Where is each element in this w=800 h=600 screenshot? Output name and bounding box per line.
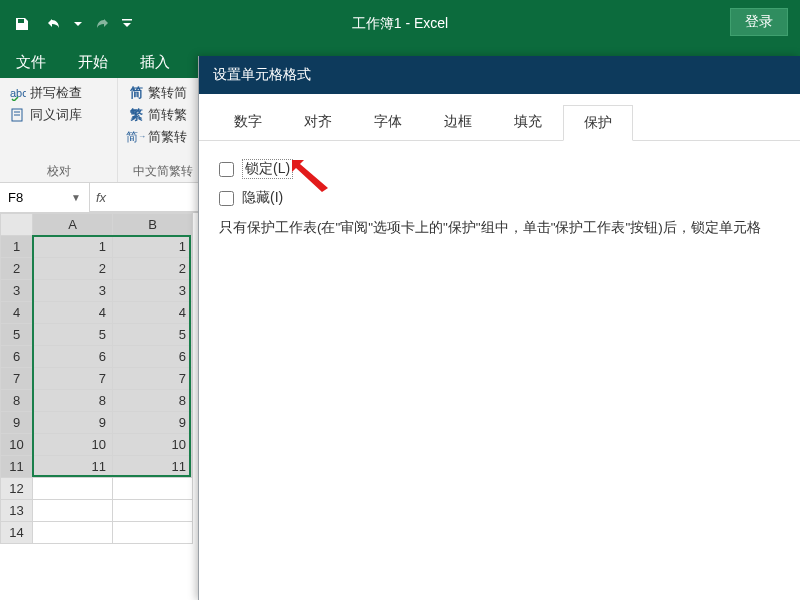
row-header[interactable]: 1 xyxy=(1,236,33,258)
cell[interactable]: 10 xyxy=(33,434,113,456)
thesaurus-button[interactable]: 同义词库 xyxy=(10,106,107,124)
cell[interactable] xyxy=(113,522,193,544)
row-header[interactable]: 2 xyxy=(1,258,33,280)
format-cells-dialog: 设置单元格格式 数字对齐字体边框填充保护 锁定(L) 隐藏(I) 只有保护工作表… xyxy=(198,56,800,600)
cell[interactable]: 2 xyxy=(113,258,193,280)
group-label-chinese: 中文简繁转 xyxy=(128,159,197,180)
simp-to-trad-label: 简转繁 xyxy=(148,106,187,124)
spellcheck-icon: abc xyxy=(10,85,26,101)
row-header[interactable]: 6 xyxy=(1,346,33,368)
dialog-tabs: 数字对齐字体边框填充保护 xyxy=(199,94,800,141)
cell[interactable]: 9 xyxy=(33,412,113,434)
tab-file[interactable]: 文件 xyxy=(0,47,62,78)
save-button[interactable] xyxy=(8,10,36,38)
cell[interactable]: 2 xyxy=(33,258,113,280)
simplified-icon: 简 xyxy=(128,85,144,101)
traditional-icon: 繁 xyxy=(128,107,144,123)
simp-trad-convert-label: 简繁转 xyxy=(148,128,187,146)
spelling-button[interactable]: abc 拼写检查 xyxy=(10,84,107,102)
dialog-tab[interactable]: 数字 xyxy=(213,104,283,140)
row-header[interactable]: 14 xyxy=(1,522,33,544)
login-button[interactable]: 登录 xyxy=(730,8,788,36)
dialog-title: 设置单元格格式 xyxy=(199,56,800,94)
hide-label[interactable]: 隐藏(I) xyxy=(242,189,283,207)
lock-label[interactable]: 锁定(L) xyxy=(242,159,293,179)
col-header-A[interactable]: A xyxy=(33,214,113,236)
undo-dropdown[interactable] xyxy=(72,10,84,38)
dialog-body: 锁定(L) 隐藏(I) 只有保护工作表(在"审阅"选项卡上的"保护"组中，单击"… xyxy=(199,141,800,257)
ribbon-group-chinese: 简 繁转简 繁 简转繁 简→ 简繁转 中文简繁转 xyxy=(118,78,208,182)
cell[interactable] xyxy=(33,478,113,500)
cell[interactable]: 11 xyxy=(113,456,193,478)
hide-checkbox-row: 隐藏(I) xyxy=(219,189,780,207)
spreadsheet-grid[interactable]: A B 111222333444555666777888999101010111… xyxy=(0,213,193,544)
cell[interactable]: 7 xyxy=(33,368,113,390)
cell[interactable]: 8 xyxy=(33,390,113,412)
cell[interactable]: 4 xyxy=(33,302,113,324)
name-box[interactable]: ▼ xyxy=(0,183,90,212)
cell[interactable]: 3 xyxy=(33,280,113,302)
group-label-proofing: 校对 xyxy=(10,159,107,180)
convert-icon: 简→ xyxy=(128,129,144,145)
row-header[interactable]: 5 xyxy=(1,324,33,346)
row-header[interactable]: 8 xyxy=(1,390,33,412)
trad-to-simp-label: 繁转简 xyxy=(148,84,187,102)
dialog-tab[interactable]: 填充 xyxy=(493,104,563,140)
row-header[interactable]: 11 xyxy=(1,456,33,478)
cell[interactable] xyxy=(33,500,113,522)
cell[interactable]: 11 xyxy=(33,456,113,478)
row-header[interactable]: 12 xyxy=(1,478,33,500)
lock-checkbox[interactable] xyxy=(219,162,234,177)
name-box-input[interactable] xyxy=(8,190,68,205)
cell[interactable]: 3 xyxy=(113,280,193,302)
cell[interactable]: 7 xyxy=(113,368,193,390)
cell[interactable]: 6 xyxy=(113,346,193,368)
protection-hint: 只有保护工作表(在"审阅"选项卡上的"保护"组中，单击"保护工作表"按钮)后，锁… xyxy=(219,217,780,239)
col-header-B[interactable]: B xyxy=(113,214,193,236)
tab-home[interactable]: 开始 xyxy=(62,47,124,78)
trad-to-simp-button[interactable]: 简 繁转简 xyxy=(128,84,197,102)
cell[interactable]: 1 xyxy=(33,236,113,258)
window-title: 工作簿1 - Excel xyxy=(352,15,448,33)
row-header[interactable]: 7 xyxy=(1,368,33,390)
row-header[interactable]: 3 xyxy=(1,280,33,302)
row-header[interactable]: 10 xyxy=(1,434,33,456)
thesaurus-label: 同义词库 xyxy=(30,106,82,124)
lock-checkbox-row: 锁定(L) xyxy=(219,159,780,179)
fx-icon[interactable]: fx xyxy=(96,190,106,205)
undo-button[interactable] xyxy=(40,10,68,38)
select-all-corner[interactable] xyxy=(1,214,33,236)
cell[interactable]: 9 xyxy=(113,412,193,434)
ribbon-group-proofing: abc 拼写检查 同义词库 校对 xyxy=(0,78,118,182)
dialog-tab[interactable]: 边框 xyxy=(423,104,493,140)
thesaurus-icon xyxy=(10,107,26,123)
row-header[interactable]: 9 xyxy=(1,412,33,434)
row-header[interactable]: 4 xyxy=(1,302,33,324)
dialog-tab[interactable]: 保护 xyxy=(563,105,633,141)
tab-insert[interactable]: 插入 xyxy=(124,47,186,78)
simp-to-trad-button[interactable]: 繁 简转繁 xyxy=(128,106,197,124)
quick-access-toolbar xyxy=(0,10,134,38)
cell[interactable]: 1 xyxy=(113,236,193,258)
dialog-tab[interactable]: 对齐 xyxy=(283,104,353,140)
redo-button[interactable] xyxy=(88,10,116,38)
title-bar: 工作簿1 - Excel 登录 xyxy=(0,0,800,48)
cell[interactable]: 10 xyxy=(113,434,193,456)
cell[interactable]: 8 xyxy=(113,390,193,412)
cell[interactable] xyxy=(113,478,193,500)
cell[interactable]: 5 xyxy=(113,324,193,346)
simp-trad-convert-button[interactable]: 简→ 简繁转 xyxy=(128,128,197,146)
qat-customize[interactable] xyxy=(120,10,134,38)
cell[interactable]: 6 xyxy=(33,346,113,368)
cell[interactable]: 4 xyxy=(113,302,193,324)
cell[interactable]: 5 xyxy=(33,324,113,346)
hide-checkbox[interactable] xyxy=(219,191,234,206)
svg-rect-0 xyxy=(122,19,132,21)
cell[interactable] xyxy=(33,522,113,544)
name-box-dropdown-icon[interactable]: ▼ xyxy=(71,192,81,203)
spelling-label: 拼写检查 xyxy=(30,84,82,102)
row-header[interactable]: 13 xyxy=(1,500,33,522)
cell[interactable] xyxy=(113,500,193,522)
dialog-tab[interactable]: 字体 xyxy=(353,104,423,140)
